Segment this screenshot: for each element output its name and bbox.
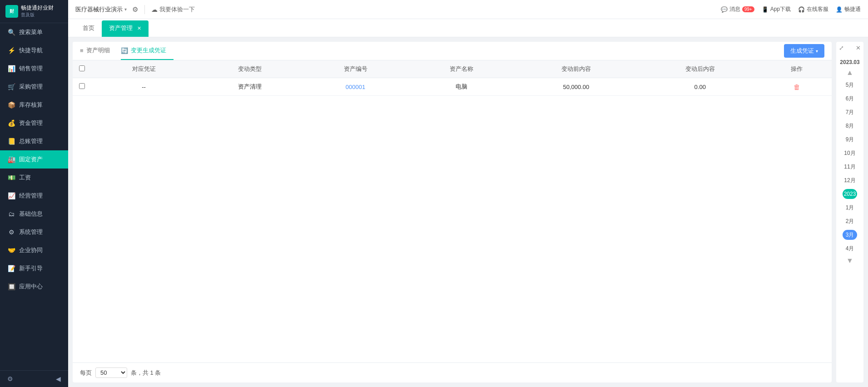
sub-tabs: ≡ 资产明细 🔄 变更生成凭证 生成凭证 ▾ [73, 42, 832, 60]
month-11月[interactable]: 11月 [843, 160, 857, 174]
row-checkbox-0[interactable] [79, 83, 85, 89]
select-all-checkbox[interactable] [79, 65, 85, 71]
sidebar-label-apps: 应用中心 [19, 283, 43, 291]
topbar-right: 💬 消息 99 📱 App下载 🎧 在线客服 👤 畅捷通 [721, 5, 861, 13]
company-name: 医疗器械行业演示 [75, 5, 123, 14]
sidebar-item-enterprise[interactable]: 🤝企业协同 [0, 241, 68, 259]
sidebar-icon-purchase: 🛒 [7, 83, 15, 91]
data-table: 对应凭证 变动类型 资产编号 资产名称 变动前内容 变动后内容 操作 -- 资产… [73, 60, 832, 96]
month-badge-12月: 12月 [843, 175, 857, 185]
service-icon: 🎧 [798, 6, 805, 13]
sidebar-label-sales: 销售管理 [19, 64, 43, 73]
subtab-change-voucher[interactable]: 🔄 变更生成凭证 [121, 42, 174, 60]
month-7月[interactable]: 7月 [843, 105, 857, 119]
sidebar-item-apps[interactable]: 🔲应用中心 [0, 278, 68, 296]
content-area: ≡ 资产明细 🔄 变更生成凭证 生成凭证 ▾ [68, 37, 868, 387]
generate-chevron-icon: ▾ [816, 49, 818, 54]
month-5月[interactable]: 5月 [843, 78, 857, 92]
delete-row-0[interactable]: 🗑 [794, 83, 800, 91]
experience-button[interactable]: ☁ 我要体验一下 [151, 5, 195, 14]
month-2023-1月[interactable]: 1月 [843, 201, 857, 214]
tab-asset-close-icon[interactable]: ✕ [137, 25, 141, 31]
collapse-icon[interactable]: ◀ [56, 375, 61, 382]
close-icon[interactable]: ✕ [856, 45, 861, 51]
months-list: 5月6月7月8月9月10月11月12月20231月2月3月4月 [843, 78, 857, 255]
generate-voucher-button[interactable]: 生成凭证 ▾ [784, 44, 824, 58]
expand-icon[interactable]: ⤢ [839, 45, 844, 51]
topbar-gear-icon[interactable]: ⚙ [132, 5, 138, 14]
app-download-button[interactable]: 📱 App下载 [762, 5, 791, 13]
subtab-asset-list[interactable]: ≡ 资产明细 [80, 42, 117, 60]
month-2023-3月[interactable]: 3月 [843, 228, 857, 242]
th-after-change: 变动后内容 [638, 60, 762, 78]
online-service-label: 在线客服 [807, 5, 828, 13]
table-header-row: 对应凭证 变动类型 资产编号 资产名称 变动前内容 变动后内容 操作 [73, 60, 832, 78]
sidebar-item-fixed[interactable]: 🏭固定资产 [0, 150, 68, 169]
sidebar-icon-system: ⚙ [7, 228, 15, 236]
sidebar-item-basic[interactable]: 🗂基础信息 [0, 205, 68, 223]
online-service-button[interactable]: 🎧 在线客服 [798, 5, 828, 13]
sidebar-label-salary: 工资 [19, 174, 31, 182]
sidebar-item-inventory[interactable]: 📦库存核算 [0, 96, 68, 114]
per-page-select[interactable]: 50 10 20 100 [95, 367, 127, 378]
settings-icon[interactable]: ⚙ [7, 375, 13, 382]
month-8月[interactable]: 8月 [843, 119, 857, 133]
main-content: 医疗器械行业演示 ▾ ⚙ ☁ 我要体验一下 💬 消息 99 📱 App下载 🎧 … [68, 0, 868, 387]
month-badge-7月: 7月 [843, 107, 857, 117]
experience-label: 我要体验一下 [159, 5, 195, 14]
right-panel: ⤢ ✕ 2023.03 ▲ 5月6月7月8月9月10月11月12月20231月2… [836, 42, 863, 382]
month-6月[interactable]: 6月 [843, 92, 857, 105]
row-after-change-0: 0.00 [638, 78, 762, 96]
sidebar-item-salary[interactable]: 💵工资 [0, 169, 68, 187]
sidebar-label-search: 搜索菜单 [19, 28, 43, 36]
panel-up-nav[interactable]: ▲ [836, 67, 863, 78]
list-icon: ≡ [80, 47, 84, 54]
sidebar-item-system[interactable]: ⚙系统管理 [0, 223, 68, 241]
sidebar-item-search[interactable]: 🔍搜索菜单 [0, 23, 68, 41]
message-badge: 99 [742, 6, 754, 12]
th-checkbox [73, 60, 91, 78]
message-button[interactable]: 💬 消息 99 [721, 5, 754, 13]
month-10月[interactable]: 10月 [843, 146, 857, 160]
message-icon: 💬 [721, 6, 728, 13]
month-badge-6月: 6月 [843, 94, 857, 104]
sidebar-item-quicknav[interactable]: ⚡快捷导航 [0, 41, 68, 60]
month-badge-2023-1月: 1月 [843, 203, 857, 213]
app-download-label: App下载 [770, 5, 791, 13]
year-badge-2023[interactable]: 2023 [843, 187, 857, 201]
month-badge-5月: 5月 [843, 80, 857, 90]
month-2023-4月[interactable]: 4月 [843, 242, 857, 255]
subtab-asset-list-label: 资产明细 [86, 46, 110, 55]
sidebar-label-purchase: 采购管理 [19, 83, 43, 91]
sidebar-label-guide: 新手引导 [19, 264, 43, 273]
row-checkbox-cell [73, 78, 91, 96]
sidebar-item-funds[interactable]: 💰资金管理 [0, 114, 68, 132]
sidebar-icon-search: 🔍 [7, 28, 15, 36]
sidebar-icon-enterprise: 🤝 [7, 246, 15, 254]
tab-asset[interactable]: 资产管理 ✕ [102, 20, 149, 37]
sub-tabs-right: 生成凭证 ▾ [784, 44, 824, 58]
month-badge-2023-3月: 3月 [843, 230, 857, 240]
message-label: 消息 [729, 5, 740, 13]
user-avatar-icon: 👤 [836, 6, 843, 13]
month-2023-2月[interactable]: 2月 [843, 214, 857, 228]
sidebar-item-guide[interactable]: 📝新手引导 [0, 259, 68, 278]
tab-home[interactable]: 首页 [75, 20, 102, 37]
sidebar-menu: 🔍搜索菜单⚡快捷导航📊销售管理🛒采购管理📦库存核算💰资金管理📒总账管理🏭固定资产… [0, 23, 68, 370]
month-12月[interactable]: 12月 [843, 174, 857, 187]
topbar-divider [144, 5, 145, 14]
user-menu[interactable]: 👤 畅捷通 [836, 5, 861, 13]
month-badge-2023-2月: 2月 [843, 216, 857, 226]
month-9月[interactable]: 9月 [843, 133, 857, 146]
sidebar-item-ledger[interactable]: 📒总账管理 [0, 132, 68, 150]
sidebar-item-operations[interactable]: 📈经营管理 [0, 187, 68, 205]
month-badge-9月: 9月 [843, 134, 857, 144]
topbar: 医疗器械行业演示 ▾ ⚙ ☁ 我要体验一下 💬 消息 99 📱 App下载 🎧 … [68, 0, 868, 19]
company-selector[interactable]: 医疗器械行业演示 ▾ [75, 5, 127, 14]
sidebar-item-purchase[interactable]: 🛒采购管理 [0, 78, 68, 96]
sidebar-label-system: 系统管理 [19, 228, 43, 236]
sidebar-label-fixed: 固定资产 [19, 155, 43, 164]
panel-down-nav[interactable]: ▼ [836, 255, 863, 266]
sidebar: 财 畅捷通好业财 普及版 🔍搜索菜单⚡快捷导航📊销售管理🛒采购管理📦库存核算💰资… [0, 0, 68, 387]
sidebar-item-sales[interactable]: 📊销售管理 [0, 60, 68, 78]
